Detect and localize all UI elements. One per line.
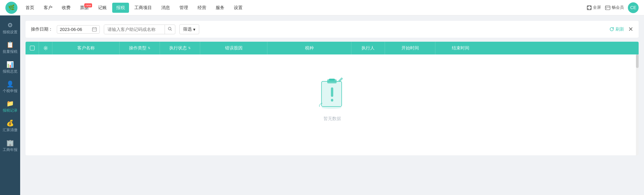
logo[interactable]: 🌿: [5, 2, 17, 14]
sidebar-item-报税总览[interactable]: 📊报税总览: [0, 58, 20, 76]
avatar[interactable]: CE: [628, 2, 639, 13]
svg-point-13: [321, 106, 342, 109]
nav-badge-票据: new: [84, 3, 92, 7]
sidebar-label-报税设置: 报税设置: [3, 30, 17, 34]
search-icon: [168, 27, 172, 31]
sidebar-item-报税记录[interactable]: 📁报税记录: [0, 97, 20, 115]
sidebar-item-汇算清缴[interactable]: 💰汇算清缴: [0, 117, 20, 135]
sidebar-icon-汇算清缴: 💰: [6, 119, 14, 127]
sidebar-label-报税总览: 报税总览: [3, 69, 17, 74]
svg-point-6: [168, 27, 171, 30]
nav-item-报税[interactable]: 报税: [112, 3, 129, 13]
nav-item-收费[interactable]: 收费: [58, 3, 75, 13]
col-executor: 执行人: [351, 42, 385, 54]
sidebar-label-汇算清缴: 汇算清缴: [3, 127, 17, 132]
close-button[interactable]: ✕: [628, 26, 633, 33]
nav-item-设置[interactable]: 设置: [230, 3, 247, 13]
col-settings[interactable]: [39, 42, 52, 54]
scrollbar-track[interactable]: [636, 54, 639, 155]
col-end-time: 结束时间: [435, 42, 486, 54]
calendar-icon: [92, 27, 97, 32]
sidebar-icon-报税设置: ⚙: [7, 22, 13, 29]
col-tax-type: 税种: [267, 42, 351, 54]
svg-point-4: [606, 8, 607, 9]
table-body: 暂无数据: [26, 54, 639, 155]
toolbar-right: 刷新 ✕: [609, 26, 633, 33]
nav-item-消息[interactable]: 消息: [157, 3, 174, 13]
member-button[interactable]: 畅会员: [605, 5, 624, 10]
fullscreen-button[interactable]: 全屏: [587, 5, 601, 10]
sidebar-item-个税申报[interactable]: 👤个税申报: [0, 78, 20, 96]
member-label: 畅会员: [612, 5, 624, 10]
nav-item-管理[interactable]: 管理: [175, 3, 192, 13]
operation-type-sort-icon[interactable]: ⇅: [148, 46, 151, 50]
svg-rect-12: [331, 99, 333, 102]
sidebar-icon-个税申报: 👤: [6, 80, 14, 88]
sidebar-item-报税设置[interactable]: ⚙报税设置: [0, 19, 20, 37]
svg-rect-11: [331, 87, 333, 97]
search-button[interactable]: [165, 25, 175, 34]
svg-point-7: [45, 47, 46, 49]
sidebar-label-批量报税: 批量报税: [3, 49, 17, 54]
date-input[interactable]: [60, 27, 90, 32]
filter-button[interactable]: 筛选 ▾: [179, 24, 199, 34]
nav-item-票据[interactable]: 票据new: [76, 3, 93, 13]
nav-menu: 首页客户收费票据new记账报税工商项目消息管理经营服务设置: [22, 3, 587, 13]
sidebar-item-批量报税[interactable]: 📋批量报税: [0, 38, 20, 56]
sidebar-icon-报税记录: 📁: [6, 100, 14, 107]
nav-item-客户[interactable]: 客户: [40, 3, 56, 13]
refresh-icon: [609, 27, 614, 32]
fullscreen-label: 全屏: [593, 5, 601, 10]
sidebar-icon-批量报税: 📋: [6, 41, 14, 48]
toolbar: 操作日期： 筛选 ▾: [26, 21, 639, 38]
date-label: 操作日期：: [31, 26, 53, 32]
sidebar-label-工商年报: 工商年报: [3, 147, 17, 152]
col-error-reason: 错误股因: [200, 42, 267, 54]
sidebar-item-工商年报[interactable]: 🏢工商年报: [0, 136, 20, 155]
refresh-label: 刷新: [615, 26, 624, 32]
col-operation-type: 操作类型 ⇅: [120, 42, 160, 54]
empty-text: 暂无数据: [324, 116, 341, 122]
svg-rect-2: [587, 6, 591, 10]
top-navigation: 🌿 首页客户收费票据new记账报税工商项目消息管理经营服务设置 全屏 畅会员 C…: [0, 0, 644, 15]
col-checkbox[interactable]: [26, 42, 39, 54]
table-header: 客户名称 操作类型 ⇅ 执行状态 ⇅ 错误股因 税种 执行人 开始时间: [26, 42, 639, 54]
top-nav-right: 全屏 畅会员 CE: [587, 2, 639, 13]
sidebar-icon-工商年报: 🏢: [6, 139, 14, 147]
nav-item-经营[interactable]: 经营: [194, 3, 210, 13]
col-exec-status: 执行状态 ⇅: [160, 42, 200, 54]
scrollbar-thumb[interactable]: [636, 54, 639, 68]
nav-item-首页[interactable]: 首页: [22, 3, 38, 13]
main-content: 操作日期： 筛选 ▾: [20, 15, 644, 195]
exec-status-sort-icon[interactable]: ⇅: [188, 46, 191, 50]
col-start-time: 开始时间: [385, 42, 435, 54]
select-all-checkbox[interactable]: [30, 46, 35, 50]
sidebar-label-报税记录: 报税记录: [3, 108, 17, 113]
svg-text:🌿: 🌿: [8, 4, 15, 11]
close-icon: ✕: [628, 26, 633, 33]
sidebar-icon-报税总览: 📊: [6, 61, 14, 68]
svg-rect-3: [605, 6, 610, 10]
nav-item-记账[interactable]: 记账: [94, 3, 111, 13]
filter-label: 筛选: [183, 26, 192, 32]
refresh-button[interactable]: 刷新: [609, 26, 624, 32]
svg-rect-10: [329, 79, 335, 81]
settings-icon: [43, 46, 48, 50]
col-client-name: 客户名称: [52, 42, 120, 54]
empty-illustration: [315, 75, 349, 112]
filter-chevron-icon: ▾: [193, 27, 196, 32]
sidebar: ⚙报税设置📋批量报税📊报税总览👤个税申报📁报税记录💰汇算清缴🏢工商年报: [0, 15, 20, 195]
search-box: [104, 25, 175, 34]
date-picker[interactable]: [57, 25, 100, 34]
nav-item-工商项目[interactable]: 工商项目: [130, 3, 156, 13]
svg-rect-5: [92, 28, 96, 31]
nav-item-服务[interactable]: 服务: [212, 3, 228, 13]
data-table: 客户名称 操作类型 ⇅ 执行状态 ⇅ 错误股因 税种 执行人 开始时间: [26, 42, 639, 155]
sidebar-label-个税申报: 个税申报: [3, 88, 17, 93]
search-input[interactable]: [104, 25, 165, 34]
empty-state: 暂无数据: [26, 54, 639, 149]
